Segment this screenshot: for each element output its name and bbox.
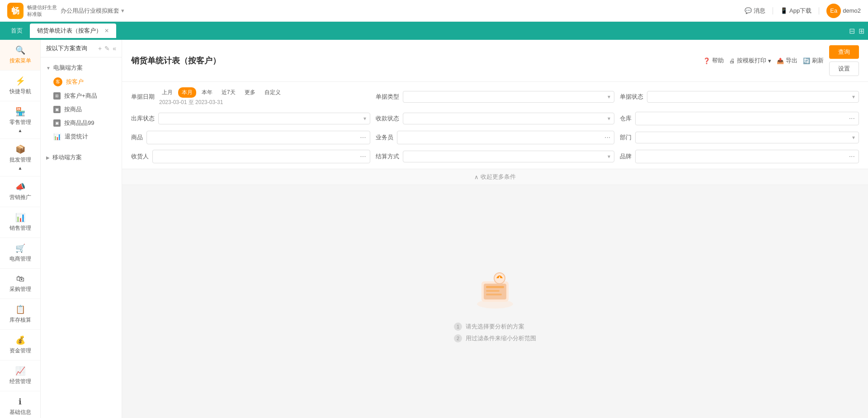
scheme-item-by-customer[interactable]: 客 按客户	[41, 75, 122, 89]
mobile-scheme-group-title[interactable]: ▶ 移动端方案	[41, 151, 122, 164]
filter-out-status: 出库状态 ▾	[131, 112, 370, 125]
logo-text: 畅捷信好生意 标准版	[27, 4, 57, 17]
by-product-icon: ▣	[53, 106, 61, 113]
desktop-scheme-group-title[interactable]: ▼ 电脑端方案	[41, 61, 122, 75]
quick-nav-icon: ⚡	[15, 76, 25, 86]
print-button[interactable]: 🖨 按模板打印 ▾	[729, 57, 771, 65]
sidebar-item-inventory[interactable]: 📋 库存核算	[0, 299, 40, 330]
doc-type-control[interactable]: ▾	[403, 91, 615, 103]
scheme-item-by-customer-product[interactable]: ⊞ 按客户+商品	[41, 89, 122, 103]
tab-maximize-icon[interactable]: ⊞	[859, 27, 864, 35]
collapse-panel-button[interactable]: «	[113, 45, 116, 52]
empty-hints: 1 请先选择要分析的方案 2 用过滤条件来缩小分析范围	[454, 323, 536, 342]
sidebar-label-ecommerce: 电商管理	[9, 255, 31, 263]
setup-button[interactable]: 设置	[829, 62, 859, 76]
product-control[interactable]: ···	[146, 131, 370, 144]
refresh-button[interactable]: 🔄 刷新	[803, 57, 824, 65]
scheme-item-by-product[interactable]: ▣ 按商品	[41, 103, 122, 116]
export-button[interactable]: 📤 导出	[777, 57, 797, 65]
sidebar-item-retail-mgmt[interactable]: 🏪 零售管理 ▲	[0, 101, 40, 139]
by-customer-product-icon: ⊞	[53, 92, 61, 100]
sidebar-item-quick-nav[interactable]: ⚡ 快捷导航	[0, 71, 40, 101]
receipt-status-control[interactable]: ▾	[403, 113, 615, 124]
sidebar-item-operations[interactable]: 📈 经营管理	[0, 361, 40, 391]
tab-close-icon[interactable]: ✕	[104, 28, 109, 34]
salesperson-dots-icon: ···	[604, 133, 610, 142]
date-label: 单据日期	[131, 93, 155, 101]
sidebar-item-marketing[interactable]: 📣 营销推广	[0, 176, 40, 207]
sidebar-item-sales-mgmt[interactable]: 📊 销售管理	[0, 207, 40, 238]
message-icon: 💬	[745, 7, 752, 14]
content-area: 按以下方案查询 + ✎ « ▼ 电脑端方案 客 按客户 ⊞ 按客户	[41, 40, 868, 418]
settle-method-arrow-icon: ▾	[608, 153, 610, 160]
collapse-bar[interactable]: ∧ 收起更多条件	[122, 169, 868, 185]
brand-control[interactable]: ···	[635, 150, 859, 163]
edit-scheme-button[interactable]: ✎	[104, 45, 110, 52]
help-button[interactable]: ❓ 帮助	[703, 57, 724, 65]
tab-sales-stat[interactable]: 销货单统计表（按客户） ✕	[30, 24, 116, 38]
doc-type-arrow-icon: ▾	[608, 94, 610, 100]
retail-arrow-icon: ▲	[18, 128, 23, 133]
filter-dept: 部门 ▾	[620, 131, 859, 144]
date-range-control[interactable]: 上月 本月 本年 近7天 更多 自定义 2023-03-01 至 2023-03…	[158, 87, 370, 106]
date-tab-more[interactable]: 更多	[241, 87, 259, 98]
app-download-button[interactable]: 📱 App下载	[780, 7, 811, 15]
date-tab-7days[interactable]: 近7天	[218, 87, 239, 98]
filter-row-2: 出库状态 ▾ 收款状态 ▾ 仓库	[131, 112, 859, 125]
svg-point-7	[497, 276, 499, 278]
tab-minimize-icon[interactable]: ⊟	[849, 27, 855, 35]
salesperson-control[interactable]: ···	[397, 131, 615, 144]
dept-control[interactable]: ▾	[635, 132, 859, 143]
breadcrumb-arrow-icon: ▾	[121, 7, 124, 14]
main-layout: 🔍 搜索菜单 ⚡ 快捷导航 🏪 零售管理 ▲ 📦 批发管理 ▲ 📣 营销推广 📊…	[0, 40, 868, 418]
sidebar-item-purchase[interactable]: 🛍 采购管理	[0, 269, 40, 299]
sidebar-item-wholesale-mgmt[interactable]: 📦 批发管理 ▲	[0, 139, 40, 176]
desktop-scheme-group: ▼ 电脑端方案 客 按客户 ⊞ 按客户+商品 ▣ 按商品 ▣ 按商品品99	[41, 57, 122, 147]
return-stat-icon: 📊	[53, 133, 61, 140]
search-icon: 🔍	[15, 45, 25, 55]
add-scheme-button[interactable]: +	[98, 45, 102, 52]
filter-product: 商品 ···	[131, 131, 370, 144]
page-header-actions: ❓ 帮助 🖨 按模板打印 ▾ 📤 导出 🔄 刷新	[703, 45, 859, 76]
inventory-icon: 📋	[15, 304, 25, 314]
finance-icon: 💰	[15, 335, 25, 345]
mobile-scheme-group: ▶ 移动端方案	[41, 147, 122, 168]
date-tabs: 上月 本月 本年 近7天 更多 自定义	[158, 87, 284, 98]
user-profile-button[interactable]: Ea demo2	[826, 4, 861, 18]
scheme-item-return-stat[interactable]: 📊 退货统计	[41, 130, 122, 143]
query-button[interactable]: 查询	[829, 45, 859, 59]
svg-point-8	[500, 276, 502, 278]
svg-rect-4	[486, 290, 500, 292]
sidebar-item-ecommerce[interactable]: 🛒 电商管理	[0, 238, 40, 269]
tab-bar: 首页 销货单统计表（按客户） ✕ ⊟ ⊞	[0, 22, 868, 40]
receipt-status-label: 收款状态	[376, 114, 399, 123]
date-tab-this-year[interactable]: 本年	[198, 87, 216, 98]
scheme-item-by-product-99[interactable]: ▣ 按商品品99	[41, 116, 122, 130]
doc-status-label: 单据状态	[620, 93, 643, 101]
by-product-99-icon: ▣	[53, 119, 61, 127]
sidebar-item-search-menu[interactable]: 🔍 搜索菜单	[0, 40, 40, 71]
sidebar-item-basic-info[interactable]: ℹ 基础信息	[0, 391, 40, 418]
date-tab-this-month[interactable]: 本月	[178, 87, 196, 98]
sidebar-label-marketing: 营销推广	[9, 194, 31, 201]
print-icon: 🖨	[729, 57, 735, 64]
warehouse-control[interactable]: ···	[635, 112, 859, 125]
retail-icon: 🏪	[15, 107, 25, 117]
settle-method-control[interactable]: ▾	[403, 151, 615, 162]
product-dots-icon: ···	[360, 133, 366, 142]
date-tab-last-month[interactable]: 上月	[158, 87, 176, 98]
sidebar-label-sales: 销售管理	[9, 224, 31, 232]
date-tab-custom[interactable]: 自定义	[261, 87, 284, 98]
collapse-label: 收起更多条件	[481, 173, 516, 181]
sidebar-item-finance[interactable]: 💰 资金管理	[0, 330, 40, 361]
refresh-icon: 🔄	[803, 57, 810, 64]
recipient-control[interactable]: ···	[152, 150, 370, 163]
empty-state: 1 请先选择要分析的方案 2 用过滤条件来缩小分析范围	[122, 185, 868, 418]
out-status-control[interactable]: ▾	[158, 113, 370, 124]
filter-warehouse: 仓库 ···	[620, 112, 859, 125]
message-button[interactable]: 💬 消息	[745, 7, 765, 15]
doc-status-control[interactable]: ▾	[647, 91, 859, 103]
sidebar-label-basic-info: 基础信息	[9, 408, 31, 416]
product-label: 商品	[131, 133, 143, 142]
tab-home[interactable]: 首页	[4, 24, 30, 38]
